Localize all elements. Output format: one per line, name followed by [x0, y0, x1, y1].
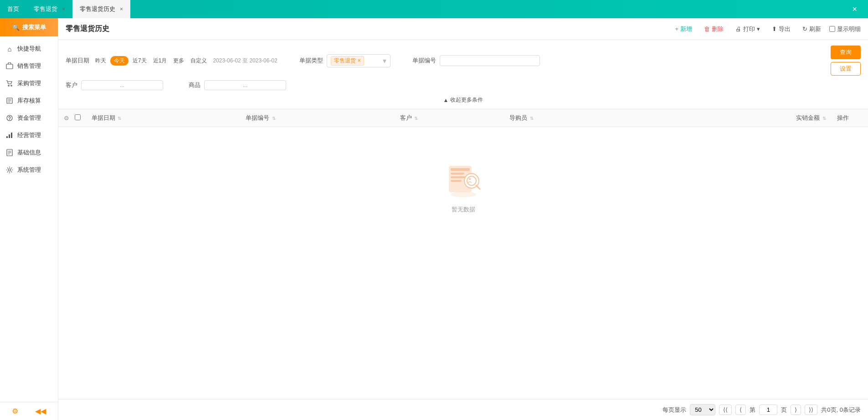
- first-page-button[interactable]: ⟨⟨: [719, 405, 732, 415]
- sidebar-item-finance[interactable]: 资金管理: [0, 109, 58, 127]
- export-label: 导出: [779, 25, 791, 33]
- last-page-button[interactable]: ⟩⟩: [805, 405, 817, 415]
- sidebar-item-quick-nav-label: 快捷导航: [17, 45, 41, 53]
- date-opt-1month[interactable]: 近1月: [151, 56, 169, 66]
- type-tag-value: 零售退货: [334, 57, 356, 65]
- th-checkbox: ⚙: [58, 109, 86, 127]
- goods-input[interactable]: ...: [204, 80, 286, 90]
- sidebar-item-operations[interactable]: 经营管理: [0, 127, 58, 144]
- export-button[interactable]: ⬆ 导出: [768, 23, 794, 35]
- top-bar: 首页 零售退货 × 零售退货历史 × ×: [0, 0, 868, 18]
- collapse-arrow-icon: ▲: [443, 97, 449, 103]
- system-icon: [5, 166, 14, 174]
- sidebar-item-purchase-mgmt[interactable]: 采购管理: [0, 75, 58, 92]
- date-opt-7days[interactable]: 近7天: [130, 56, 149, 66]
- type-select-arrow: ▾: [383, 56, 386, 65]
- th-customer: 客户 ⇅: [395, 109, 504, 127]
- th-ops: 操作: [832, 109, 868, 127]
- th-ops-label: 操作: [837, 114, 849, 121]
- customer-input[interactable]: ...: [81, 80, 163, 90]
- sidebar-item-quick-nav[interactable]: ⌂ 快捷导航: [0, 40, 58, 57]
- svg-line-18: [476, 185, 480, 189]
- voucher-no-filter: 单据编号: [412, 55, 540, 66]
- select-all-checkbox[interactable]: [75, 114, 81, 120]
- empty-illustration: [441, 154, 486, 200]
- svg-rect-7: [11, 133, 12, 138]
- print-icon: 🖨: [735, 26, 741, 32]
- operations-icon: [5, 131, 14, 139]
- next-page-button[interactable]: ⟩: [791, 405, 801, 415]
- tab-retail-return[interactable]: 零售退货 ×: [26, 0, 72, 18]
- per-page-label: 每页显示: [663, 406, 686, 414]
- svg-rect-13: [451, 173, 464, 174]
- th-no-sort[interactable]: ⇅: [272, 116, 276, 121]
- date-opt-more[interactable]: 更多: [171, 56, 186, 66]
- th-no: 单据编号 ⇅: [240, 109, 395, 127]
- customer-filter: 客户 ...: [66, 80, 163, 90]
- page-number-input[interactable]: [759, 405, 777, 415]
- filter-row-2: 客户 ... 商品 ...: [66, 80, 861, 90]
- sidebar-item-system-label: 系统管理: [17, 166, 41, 174]
- header-actions: + 新增 🗑 删除 🖨 打印 ▾ ⬆ 导出 ↻ 刷新: [671, 23, 861, 35]
- show-detail-label: 显示明细: [837, 25, 861, 33]
- voucher-no-label: 单据编号: [412, 56, 436, 65]
- sidebar-item-finance-label: 资金管理: [17, 114, 41, 122]
- show-detail-checkbox[interactable]: [829, 26, 835, 32]
- tab-retail-return-history-close[interactable]: ×: [120, 6, 123, 12]
- search-icon: 🔍: [12, 24, 20, 31]
- query-buttons: 查询 设置: [831, 46, 861, 76]
- th-amount-sort[interactable]: ⇅: [822, 116, 826, 121]
- page-unit: 页: [781, 406, 787, 414]
- date-opt-today[interactable]: 今天: [110, 56, 128, 66]
- empty-text: 暂无数据: [452, 205, 475, 214]
- sidebar-item-inventory[interactable]: 库存核算: [0, 92, 58, 109]
- query-button[interactable]: 查询: [831, 46, 861, 59]
- type-tag-close[interactable]: ×: [358, 57, 361, 64]
- refresh-button[interactable]: ↻ 刷新: [799, 23, 825, 35]
- th-customer-sort[interactable]: ⇅: [414, 116, 418, 121]
- page-title: 零售退货历史: [66, 24, 109, 34]
- sales-icon: [5, 62, 14, 70]
- delete-button[interactable]: 🗑 删除: [700, 23, 727, 35]
- inventory-icon: [5, 97, 14, 105]
- th-date-sort[interactable]: ⇅: [118, 116, 121, 121]
- collapse-button[interactable]: ▲ 收起更多条件: [439, 95, 488, 105]
- sidebar-item-basic-info[interactable]: 基础信息: [0, 144, 58, 161]
- sidebar: 🔍 搜索菜单 ⌂ 快捷导航 销售管理 采购管理: [0, 18, 58, 420]
- customer-label: 客户: [66, 81, 77, 89]
- table-area: ⚙ 单据日期 ⇅ 单据编号 ⇅: [58, 109, 868, 420]
- gear-settings-icon[interactable]: ⚙: [64, 115, 69, 122]
- sidebar-search[interactable]: 🔍 搜索菜单: [0, 18, 58, 36]
- close-app-button[interactable]: ×: [848, 5, 861, 14]
- settings-button[interactable]: 设置: [831, 62, 861, 76]
- tab-retail-return-close[interactable]: ×: [62, 6, 65, 12]
- date-opt-yesterday[interactable]: 昨天: [93, 56, 108, 66]
- svg-rect-15: [451, 180, 462, 182]
- svg-rect-12: [451, 168, 470, 171]
- settings-bottom-icon[interactable]: ⚙: [12, 407, 18, 415]
- main-layout: 🔍 搜索菜单 ⌂ 快捷导航 销售管理 采购管理: [0, 18, 868, 420]
- show-detail-checkbox-label[interactable]: 显示明细: [829, 25, 861, 33]
- type-select[interactable]: 零售退货 × ▾: [327, 54, 390, 67]
- delete-icon: 🗑: [704, 26, 710, 32]
- delete-label: 删除: [712, 25, 724, 33]
- date-filter-label: 单据日期: [66, 56, 89, 65]
- per-page-select[interactable]: 50 10 20 100: [690, 404, 715, 415]
- sidebar-item-sales-mgmt[interactable]: 销售管理: [0, 57, 58, 75]
- tab-home[interactable]: 首页: [0, 0, 26, 18]
- date-opt-custom[interactable]: 自定义: [188, 56, 209, 66]
- table-header-row: ⚙ 单据日期 ⇅ 单据编号 ⇅: [58, 109, 868, 127]
- th-guide: 导购员 ⇅: [504, 109, 636, 127]
- th-guide-label: 导购员: [509, 114, 527, 121]
- collapse-row: ▲ 收起更多条件: [66, 95, 861, 105]
- type-filter-label: 单据类型: [299, 56, 323, 65]
- volume-icon[interactable]: ◀◀: [35, 407, 46, 415]
- prev-page-button[interactable]: ⟨: [735, 405, 746, 415]
- tab-retail-return-history[interactable]: 零售退货历史 ×: [72, 0, 130, 18]
- tab-retail-return-label: 零售退货: [34, 5, 57, 13]
- voucher-no-input[interactable]: [440, 55, 540, 66]
- th-guide-sort[interactable]: ⇅: [530, 116, 534, 121]
- sidebar-item-system[interactable]: 系统管理: [0, 161, 58, 179]
- new-button[interactable]: + 新增: [671, 23, 696, 35]
- print-button[interactable]: 🖨 打印 ▾: [732, 23, 764, 35]
